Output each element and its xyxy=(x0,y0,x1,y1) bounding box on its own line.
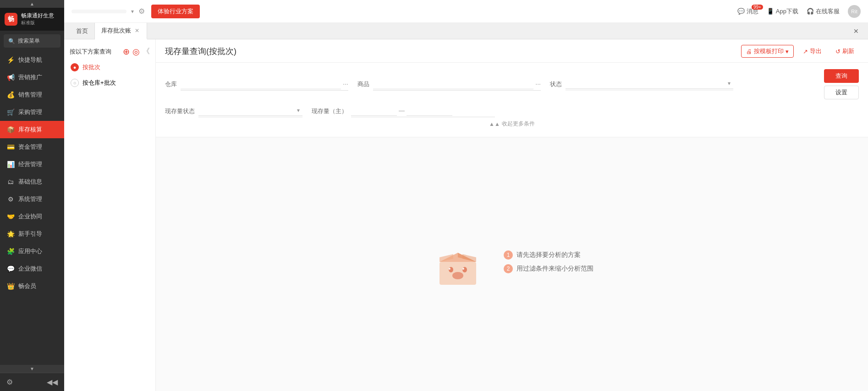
settings-button[interactable]: 设置 xyxy=(824,86,859,99)
content-area: 按以下方案查询 ⊕ ◎ 《 ● 按批次 ○ 按仓库+批次 现存量查询(按批次) xyxy=(64,39,868,391)
sidebar-item-label: 采购管理 xyxy=(18,108,42,116)
sidebar-item-appstore[interactable]: 🧩 应用中心 xyxy=(0,243,64,260)
filter-stock-amount: 现存量（主） — xyxy=(312,105,495,117)
collapse-sidebar-icon[interactable]: ◀◀ xyxy=(47,378,58,386)
topbar-gear-icon[interactable]: ⚙ xyxy=(138,7,145,16)
add-scheme-icon[interactable]: ⊕ xyxy=(123,47,130,57)
stock-status-input-wrap: ▾ xyxy=(198,105,302,117)
action-buttons: 查询 设置 xyxy=(824,69,859,99)
status-dropdown[interactable]: ▾ xyxy=(566,78,733,89)
sidebar: ▲ 畅 畅康通好生意 标准版 🔍 搜索菜单 ⚡ 快捷导航 📢 营销推广 💰 销售… xyxy=(0,0,64,391)
sidebar-item-quick-nav[interactable]: ⚡ 快捷导航 xyxy=(0,51,64,69)
search-icon: 🔍 xyxy=(8,38,15,44)
svg-point-7 xyxy=(452,272,463,279)
svg-point-6 xyxy=(462,267,467,272)
sidebar-item-member[interactable]: 👑 畅会员 xyxy=(0,277,64,295)
status-label: 状态 xyxy=(550,80,562,88)
sidebar-item-label: 库存核算 xyxy=(18,125,42,134)
warehouse-input[interactable] xyxy=(181,78,341,89)
left-panel-title-text: 按以下方案查询 xyxy=(70,48,111,56)
sidebar-item-label: 资金管理 xyxy=(18,143,42,151)
sidebar-item-label: 营销推广 xyxy=(18,73,42,81)
tab-close-icon[interactable]: ✕ xyxy=(134,27,140,34)
stock-amount-max[interactable] xyxy=(407,105,452,116)
svg-point-9 xyxy=(462,268,464,270)
sidebar-item-finance[interactable]: 💳 资金管理 xyxy=(0,138,64,156)
basic-icon: 🗂 xyxy=(6,178,15,186)
sidebar-item-operation[interactable]: 📊 经营管理 xyxy=(0,156,64,173)
sidebar-item-inventory[interactable]: 📦 库存核算 xyxy=(0,121,64,138)
messages-item[interactable]: 💬 消息 99+ xyxy=(737,7,758,16)
sidebar-search-label: 搜索菜单 xyxy=(18,37,40,45)
sidebar-item-system[interactable]: ⚙ 系统管理 xyxy=(0,190,64,208)
app-download-item[interactable]: 📱 App下载 xyxy=(767,7,798,16)
product-input[interactable] xyxy=(373,78,533,89)
operation-icon: 📊 xyxy=(6,160,15,168)
member-icon: 👑 xyxy=(6,282,15,290)
main-area: ▾ ⚙ 体验行业方案 💬 消息 99+ 📱 App下载 🎧 在线客服 Rit xyxy=(64,0,868,391)
sidebar-scroll-up[interactable]: ▲ xyxy=(0,0,64,8)
sidebar-scroll-down[interactable]: ▼ xyxy=(0,365,64,373)
left-panel-actions: ⊕ ◎ 《 xyxy=(123,47,150,57)
filter-area: 仓库 ··· 商品 ··· 状态 xyxy=(156,63,868,137)
stock-amount-label: 现存量（主） xyxy=(312,107,347,115)
scheme-by-batch-label: 按批次 xyxy=(82,63,100,71)
sidebar-search[interactable]: 🔍 搜索菜单 xyxy=(4,34,60,48)
user-name: Rit xyxy=(851,9,857,14)
filter-status: 状态 ▾ xyxy=(550,78,733,90)
tip-2-num: 2 xyxy=(504,264,513,273)
tab-home[interactable]: 首页 xyxy=(70,23,95,39)
stock-status-label: 现存量状态 xyxy=(165,107,195,115)
app-download-icon: 📱 xyxy=(767,8,774,15)
filter-stock-status: 现存量状态 ▾ xyxy=(165,105,302,117)
topbar: ▾ ⚙ 体验行业方案 💬 消息 99+ 📱 App下载 🎧 在线客服 Rit xyxy=(64,0,868,23)
system-icon: ⚙ xyxy=(6,195,15,203)
product-dots[interactable]: ··· xyxy=(535,80,541,87)
stock-amount-min[interactable] xyxy=(351,105,397,116)
online-service-item[interactable]: 🎧 在线客服 xyxy=(807,7,840,16)
scheme-by-batch[interactable]: ● 按批次 xyxy=(64,60,155,75)
sidebar-item-label: 企业微信 xyxy=(18,265,42,273)
topbar-input[interactable] xyxy=(71,10,126,13)
app-subtitle: 标准版 xyxy=(21,20,54,26)
topbar-chevron-icon[interactable]: ▾ xyxy=(131,8,134,15)
sidebar-item-label: 畅会员 xyxy=(18,282,36,290)
tab-close-main-icon[interactable]: ✕ xyxy=(850,27,863,35)
user-avatar-item[interactable]: Rit xyxy=(848,5,861,18)
print-icon: 🖨 xyxy=(746,48,752,55)
warehouse-label: 仓库 xyxy=(165,80,177,88)
collapse-more-btn[interactable]: ▲▲ 收起更多条件 xyxy=(165,117,859,130)
warehouse-dots[interactable]: ··· xyxy=(343,80,348,87)
left-panel-title-row: 按以下方案查询 ⊕ ◎ 《 xyxy=(64,44,155,60)
stock-status-chevron: ▾ xyxy=(297,107,300,114)
refresh-button[interactable]: ↺ 刷新 xyxy=(831,45,859,57)
trial-button[interactable]: 体验行业方案 xyxy=(151,5,200,18)
sidebar-item-newguide[interactable]: 🌟 新手引导 xyxy=(0,225,64,243)
message-icon: 💬 xyxy=(737,8,745,15)
scheme-by-warehouse-batch[interactable]: ○ 按仓库+批次 xyxy=(64,75,155,91)
sidebar-item-marketing[interactable]: 📢 营销推广 xyxy=(0,69,64,86)
app-download-label: App下载 xyxy=(776,7,798,16)
sidebar-item-sales[interactable]: 💰 销售管理 xyxy=(0,86,64,103)
export-button[interactable]: ↗ 导出 xyxy=(798,45,826,57)
print-btn-label: 按模板打印 xyxy=(754,47,784,55)
wechat-icon: 💬 xyxy=(6,265,15,273)
refresh-btn-label: 刷新 xyxy=(842,47,854,55)
collapse-up-icon: ▲▲ xyxy=(489,121,500,127)
sidebar-item-purchase[interactable]: 🛒 采购管理 xyxy=(0,103,64,121)
collapse-panel-icon[interactable]: 《 xyxy=(143,47,150,57)
empty-tip-2: 2 用过滤条件来缩小分析范围 xyxy=(504,264,593,273)
tab-batch-account[interactable]: 库存批次账 ✕ xyxy=(95,23,147,39)
settings-footer-icon[interactable]: ⚙ xyxy=(6,378,13,386)
product-label: 商品 xyxy=(357,80,369,88)
sidebar-item-wechat[interactable]: 💬 企业微信 xyxy=(0,260,64,277)
sidebar-item-label: 系统管理 xyxy=(18,195,42,203)
print-button[interactable]: 🖨 按模板打印 ▾ xyxy=(741,45,794,58)
sidebar-item-enterprise[interactable]: 🤝 企业协同 xyxy=(0,208,64,225)
sidebar-item-basic[interactable]: 🗂 基础信息 xyxy=(0,173,64,190)
print-dropdown-icon[interactable]: ▾ xyxy=(786,48,789,55)
empty-tips: 1 请先选择要分析的方案 2 用过滤条件来缩小分析范围 xyxy=(504,250,593,278)
settings-scheme-icon[interactable]: ◎ xyxy=(132,47,140,57)
stock-status-dropdown[interactable]: ▾ xyxy=(198,105,302,116)
query-button[interactable]: 查询 xyxy=(824,69,859,83)
